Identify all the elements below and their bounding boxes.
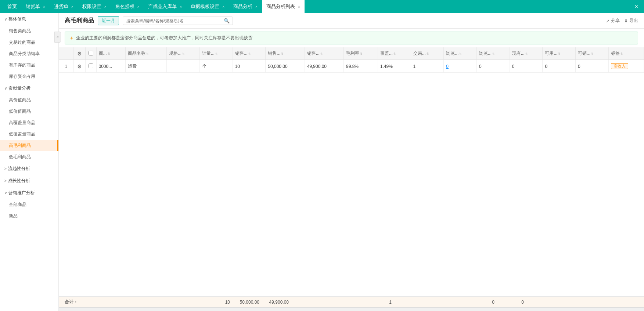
col-header-tag[interactable]: 标签⇅ xyxy=(608,47,644,60)
sort-icon-sales_cost: ⇅ xyxy=(320,52,323,55)
sidebar-collapse-btn[interactable]: « xyxy=(54,32,61,43)
sidebar-section-3[interactable]: >成长性分析 xyxy=(0,175,58,187)
nav-item-8[interactable]: 商品分析列表× xyxy=(262,0,305,13)
select-all-checkbox[interactable] xyxy=(89,51,93,55)
sidebar-item-0-3[interactable]: 有库存的商品 xyxy=(0,59,58,71)
share-btn[interactable]: ↗ 分享 xyxy=(606,18,620,24)
sidebar-item-4-0[interactable]: 全部商品 xyxy=(0,199,58,210)
sort-icon-gross_margin: ⇅ xyxy=(360,52,363,55)
col-header-browse2[interactable]: 浏览...⇅ xyxy=(476,47,510,60)
sidebar-section-0[interactable]: ∨整体信息 xyxy=(0,13,58,25)
cell-code-0: 0000... xyxy=(96,60,126,73)
export-icon: ⬇ xyxy=(624,18,628,23)
col-header-unit[interactable]: 计量...⇅ xyxy=(199,47,233,60)
cell-transaction-0: 1 xyxy=(411,60,444,73)
sidebar-item-1-3[interactable]: 低覆盖量商品 xyxy=(0,129,58,140)
cell-unit-0: 个 xyxy=(199,60,233,73)
col-header-transaction[interactable]: 交易...⇅ xyxy=(411,47,444,60)
sidebar-item-0-1[interactable]: 交易过的商品 xyxy=(0,37,58,48)
sidebar-section-2[interactable]: >流趋性分析 xyxy=(0,163,58,175)
nav-item-6[interactable]: 单据模板设置× xyxy=(186,0,229,13)
col-header-current_stock[interactable]: 现有...⇅ xyxy=(510,47,543,60)
nav-close-5[interactable]: × xyxy=(180,5,182,9)
share-icon: ↗ xyxy=(606,18,609,23)
col-header-sellable[interactable]: 可销...⇅ xyxy=(576,47,609,60)
sort-icon-unit: ⇅ xyxy=(215,52,218,55)
col-header-setting[interactable]: ⚙ xyxy=(73,47,85,60)
arrow-icon: ∨ xyxy=(4,86,7,90)
col-header-gross_margin[interactable]: 毛利率⇅ xyxy=(343,47,378,60)
search-input[interactable] xyxy=(126,18,222,23)
sidebar-item-4-1[interactable]: 新品 xyxy=(0,210,58,222)
sidebar-item-0-0[interactable]: 销售类商品 xyxy=(0,25,58,37)
sidebar-item-1-4[interactable]: 高毛利商品 xyxy=(0,140,58,151)
cell-sales_amt-0: 50,000.00 xyxy=(266,60,305,73)
sidebar-item-0-2[interactable]: 商品分类助销率 xyxy=(0,48,58,59)
col-header-check[interactable] xyxy=(85,47,96,60)
col-header-num xyxy=(59,47,73,60)
sort-icon-available: ⇅ xyxy=(558,52,561,55)
sidebar-section-4[interactable]: ∨营销推广分析 xyxy=(0,187,58,199)
cell-sales_cost-0: 49,900.00 xyxy=(305,60,343,73)
header-actions: ↗ 分享 ⬇ 导出 xyxy=(606,18,638,24)
nav-item-0[interactable]: 首页 xyxy=(3,0,21,13)
arrow-icon: > xyxy=(4,167,7,171)
col-header-sales_amt[interactable]: 销售...⇅ xyxy=(266,47,305,60)
nav-item-2[interactable]: 进货单× xyxy=(50,0,78,13)
sidebar-item-1-5[interactable]: 低毛利商品 xyxy=(0,151,58,163)
content-area: 高毛利商品 近一月 🔍 ↗ 分享 ⬇ 导出 xyxy=(59,13,644,311)
window-close-btn[interactable]: × xyxy=(632,3,641,10)
col-header-sales_cost[interactable]: 销售...⇅ xyxy=(305,47,343,60)
footer-transaction: 1 xyxy=(364,300,394,305)
nav-close-7[interactable]: × xyxy=(255,5,258,9)
table-footer: 合计： 10 50,000.00 49,900.00 1 0 0 xyxy=(59,296,644,307)
sidebar-item-1-1[interactable]: 低价值商品 xyxy=(0,106,58,117)
cell-sales_qty-0: 10 xyxy=(233,60,266,73)
top-nav-bar: 首页销货单×进货单×权限设置×角色授权×产成品入库单×单据模板设置×商品分析×商… xyxy=(0,0,644,13)
nav-item-7[interactable]: 商品分析× xyxy=(229,0,262,13)
col-header-browse1[interactable]: 浏览...⇅ xyxy=(444,47,477,60)
sidebar-item-1-2[interactable]: 高覆盖量商品 xyxy=(0,117,58,129)
nav-item-1[interactable]: 销货单× xyxy=(21,0,50,13)
footer-sales-cost: 49,900.00 xyxy=(262,300,291,305)
col-header-available[interactable]: 可用...⇅ xyxy=(543,47,576,60)
export-btn[interactable]: ⬇ 导出 xyxy=(624,18,638,24)
table-row: 1⚙0000...运费个1050,000.0049,900.0099.8%1.4… xyxy=(59,60,644,73)
sort-icon-sales_amt: ⇅ xyxy=(281,52,284,55)
nav-item-4[interactable]: 角色授权× xyxy=(111,0,144,13)
nav-item-5[interactable]: 产成品入库单× xyxy=(144,0,186,13)
horizontal-scrollbar[interactable] xyxy=(59,307,644,311)
sort-icon-name: ⇅ xyxy=(146,52,149,55)
sort-icon-sales_qty: ⇅ xyxy=(248,52,251,55)
col-header-name[interactable]: 商品名称⇅ xyxy=(126,47,167,60)
nav-close-2[interactable]: × xyxy=(71,5,73,9)
tag-badge: 高收入 xyxy=(611,63,628,69)
settings-icon[interactable]: ⚙ xyxy=(77,51,82,57)
arrow-icon: ∨ xyxy=(4,191,7,195)
cell-check-0[interactable] xyxy=(85,60,96,73)
sort-icon-browse2: ⇅ xyxy=(492,52,495,55)
sidebar-item-1-0[interactable]: 高价值商品 xyxy=(0,94,58,106)
nav-close-8[interactable]: × xyxy=(298,5,300,9)
cell-setting-0[interactable]: ⚙ xyxy=(73,60,85,73)
cell-current_stock-0: 0 xyxy=(510,60,543,73)
cell-gross_margin-0: 99.8% xyxy=(343,60,378,73)
nav-close-3[interactable]: × xyxy=(104,5,107,9)
cell-spec-0 xyxy=(167,60,200,73)
sidebar-section-1[interactable]: ∨贡献量分析 xyxy=(0,82,58,94)
sidebar-item-0-4[interactable]: 库存资金占用 xyxy=(0,71,58,82)
sort-icon-sellable: ⇅ xyxy=(591,52,594,55)
nav-close-6[interactable]: × xyxy=(222,5,224,9)
nav-close-1[interactable]: × xyxy=(43,5,45,9)
col-header-code[interactable]: 商...⇅ xyxy=(96,47,126,60)
nav-item-3[interactable]: 权限设置× xyxy=(78,0,111,13)
filter-recent-month-btn[interactable]: 近一月 xyxy=(98,16,119,25)
cell-browse2-0: 0 xyxy=(476,60,510,73)
sort-icon-current_stock: ⇅ xyxy=(525,52,528,55)
page-title: 高毛利商品 xyxy=(65,17,94,25)
nav-close-4[interactable]: × xyxy=(137,5,140,9)
col-header-coverage[interactable]: 覆盖...⇅ xyxy=(378,47,411,60)
col-header-sales_qty[interactable]: 销售...⇅ xyxy=(233,47,266,60)
col-header-spec[interactable]: 规格...⇅ xyxy=(167,47,200,60)
info-banner: ✦ 企业的主要的利润都是这部分商品创造的，可考虑加大推广，同时关注库存是不要出现… xyxy=(65,32,638,44)
